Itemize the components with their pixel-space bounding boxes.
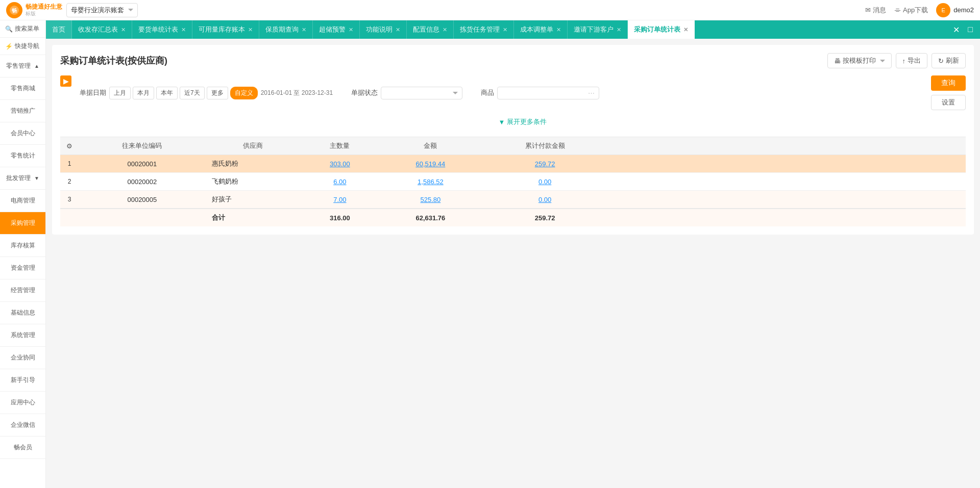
app-download-action[interactable]: ⌯ App下载 [894, 6, 928, 15]
sidebar-item-purchase[interactable]: 采购管理 [0, 212, 45, 235]
sidebar-item-label-wholesale: 批发管理 [6, 174, 31, 183]
tab-pick-task[interactable]: 拣货任务管理 ✕ [454, 20, 514, 39]
sidebar-item-new-guide[interactable]: 新手引导 [0, 369, 45, 392]
tab-cost-adjust[interactable]: 成本调整单 ✕ [514, 20, 568, 39]
sidebar-item-retail-mall[interactable]: 零售商城 [0, 78, 45, 100]
page-content: 采购订单统计表(按供应商) 🖶 按模板打印 ↑ 导出 ↻ [46, 39, 980, 488]
row-2-num: 2 [60, 173, 79, 191]
tab-function-desc[interactable]: 功能说明 ✕ [360, 20, 407, 39]
sidebar-item-marketing[interactable]: 营销推广 [0, 100, 45, 122]
export-button[interactable]: ↑ 导出 [896, 53, 928, 68]
sidebar-item-retail-stats[interactable]: 零售统计 [0, 145, 45, 167]
row-2-amount[interactable]: 1,586.52 [380, 173, 482, 191]
goods-input[interactable]: ⋯ [497, 87, 599, 99]
sidebar-item-inventory[interactable]: 库存核算 [0, 235, 45, 257]
sidebar-item-member[interactable]: 畅会员 [0, 436, 45, 459]
tab-goods-stats[interactable]: 要货单统计表 ✕ [132, 20, 192, 39]
tab-overstock-close-icon[interactable]: ✕ [349, 27, 353, 33]
logo-sub: 标版 [26, 11, 62, 17]
refresh-button[interactable]: ↻ 刷新 [932, 53, 966, 68]
goods-search-icon: ⋯ [588, 89, 595, 97]
sidebar-item-basic-info[interactable]: 基础信息 [0, 302, 45, 324]
tab-home-label: 首页 [52, 25, 65, 34]
sidebar-item-label-changyuanhui: 畅会员 [14, 444, 32, 452]
date-btn-7days[interactable]: 近7天 [180, 87, 205, 99]
sidebar-item-enterprise-collab[interactable]: 企业协同 [0, 347, 45, 369]
tab-inventory-ledger-close-icon[interactable]: ✕ [248, 27, 253, 33]
tab-invite-close-icon[interactable]: ✕ [617, 27, 621, 33]
row-3-paid[interactable]: 0.00 [481, 191, 608, 209]
row-3-amount[interactable]: 525.80 [380, 191, 482, 209]
sidebar-item-label-app-center: 应用中心 [11, 399, 35, 407]
sidebar-item-enterprise-wechat[interactable]: 企业微信 [0, 414, 45, 436]
col-amount: 金额 [380, 137, 482, 155]
tabs-close-btn[interactable]: ✕ [950, 24, 963, 36]
row-2-code: 00020002 [79, 173, 206, 191]
print-button[interactable]: 🖶 按模板打印 [827, 53, 892, 68]
tab-purchase-stats-close-icon[interactable]: ✕ [683, 27, 688, 33]
tab-purchase-order-stats[interactable]: 采购订单统计表 ✕ [628, 20, 695, 39]
col-code: 往来单位编码 [79, 137, 206, 155]
tabs-expand-btn[interactable]: □ [965, 24, 976, 35]
sidebar-item-system[interactable]: 系统管理 [0, 324, 45, 347]
filter-toggle-button[interactable]: ▶ [60, 75, 71, 87]
row-2-qty[interactable]: 6.00 [300, 173, 380, 191]
table-row[interactable]: 1 00020001 惠氏奶粉 303.00 60,519.44 259.72 [60, 155, 966, 173]
date-btn-this-month[interactable]: 本月 [133, 87, 154, 99]
date-btn-this-year[interactable]: 本年 [156, 87, 178, 99]
tab-inventory-ledger[interactable]: 可用量库存账本 ✕ [192, 20, 259, 39]
tab-collect-pay[interactable]: 收发存汇总表 ✕ [72, 20, 132, 39]
table-row[interactable]: 3 00020005 好孩子 7.00 525.80 0.00 [60, 191, 966, 209]
settings-button[interactable]: 设置 [931, 95, 966, 110]
expand-more-button[interactable]: ▼ 展开更多条件 [80, 114, 966, 130]
status-select[interactable] [381, 87, 462, 99]
sidebar-item-label-guide: 新手引导 [11, 376, 35, 384]
row-1-qty[interactable]: 303.00 [300, 155, 380, 173]
table-row[interactable]: 2 00020002 飞鹤奶粉 6.00 1,586.52 0.00 [60, 173, 966, 191]
sidebar-item-finance[interactable]: 资金管理 [0, 257, 45, 279]
sidebar-item-label-marketing: 营销推广 [11, 107, 35, 115]
sidebar-item-ops[interactable]: 经营管理 [0, 279, 45, 302]
date-btn-custom[interactable]: 自定义 [230, 87, 258, 99]
tab-pick-close-icon[interactable]: ✕ [503, 27, 507, 33]
tab-config-info[interactable]: 配置信息 ✕ [407, 20, 454, 39]
workspace-selector[interactable]: 母婴行业演示账套 [66, 3, 138, 17]
page-actions: 🖶 按模板打印 ↑ 导出 ↻ 刷新 [827, 53, 966, 68]
tab-cost-close-icon[interactable]: ✕ [556, 27, 561, 33]
user-area[interactable]: E demo2 [936, 3, 974, 17]
app-download-icon: ⌯ [894, 6, 901, 14]
sidebar-item-member-center[interactable]: 会员中心 [0, 122, 45, 145]
content-area: 首页 收发存汇总表 ✕ 要货单统计表 ✕ 可用量库存账本 ✕ 保质期查询 ✕ 超… [46, 20, 980, 488]
search-label: 搜索菜单 [15, 24, 39, 33]
tab-warranty-close-icon[interactable]: ✕ [302, 27, 306, 33]
logo-area: 畅 畅捷通好生意 标版 [6, 2, 62, 18]
status-filter-label: 单据状态 [351, 88, 378, 97]
row-2-paid[interactable]: 0.00 [481, 173, 608, 191]
row-1-paid[interactable]: 259.72 [481, 155, 608, 173]
row-3-num: 3 [60, 191, 79, 209]
tab-purchase-order-stats-label: 采购订单统计表 [634, 25, 680, 34]
sidebar-item-app-center[interactable]: 应用中心 [0, 392, 45, 414]
sidebar-shortcut-nav[interactable]: ⚡ 快捷导航 [0, 38, 45, 55]
row-1-amount[interactable]: 60,519.44 [380, 155, 482, 173]
tab-goods-stats-close-icon[interactable]: ✕ [181, 27, 186, 33]
message-action[interactable]: ✉ 消息 [865, 6, 886, 15]
tab-home[interactable]: 首页 [46, 20, 72, 39]
row-3-qty[interactable]: 7.00 [300, 191, 380, 209]
sidebar-search[interactable]: 🔍 搜索菜单 [0, 20, 45, 38]
tab-overstock[interactable]: 超储预警 ✕ [313, 20, 360, 39]
app-download-label: App下载 [903, 6, 928, 15]
tab-warranty-query[interactable]: 保质期查询 ✕ [259, 20, 313, 39]
tab-config-close-icon[interactable]: ✕ [443, 27, 447, 33]
tab-function-close-icon[interactable]: ✕ [396, 27, 400, 33]
date-btn-last-month[interactable]: 上月 [109, 87, 131, 99]
top-bar-left: 畅 畅捷通好生意 标版 母婴行业演示账套 [6, 2, 138, 18]
sidebar-item-wholesale[interactable]: 批发管理 ▼ [0, 167, 45, 190]
date-buttons: 上月 本月 本年 近7天 更多 自定义 [109, 87, 258, 99]
sidebar-item-retail-management[interactable]: 零售管理 ▲ [0, 55, 45, 78]
sidebar-item-ecommerce[interactable]: 电商管理 [0, 190, 45, 212]
tab-collect-pay-close-icon[interactable]: ✕ [121, 27, 126, 33]
tab-invite[interactable]: 邀请下游客户 ✕ [568, 20, 628, 39]
query-button[interactable]: 查询 [931, 75, 966, 91]
date-btn-more[interactable]: 更多 [207, 87, 228, 99]
